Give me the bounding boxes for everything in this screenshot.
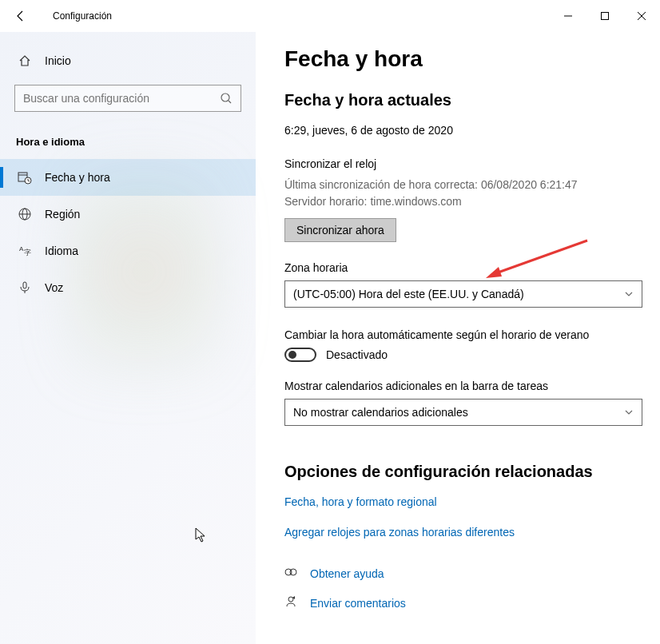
nav-label: Idioma (45, 244, 78, 257)
language-icon: A字 (18, 244, 32, 258)
current-datetime: 6:29, jueves, 6 de agosto de 2020 (284, 124, 631, 137)
clock-calendar-icon (18, 170, 32, 185)
get-help-link[interactable]: Obtener ayuda (284, 566, 631, 581)
window-title: Configuración (53, 10, 112, 22)
nav-label: Voz (45, 281, 63, 294)
related-section: Opciones de configuración relacionadas F… (284, 463, 631, 539)
section-current-heading: Fecha y hora actuales (284, 91, 631, 109)
svg-point-20 (288, 597, 293, 602)
sidebar: Inicio Hora e idioma Fecha y hora Región… (0, 32, 256, 644)
search-field[interactable] (23, 92, 220, 105)
svg-point-19 (290, 569, 296, 575)
maximize-icon (601, 12, 609, 20)
nav-item-voz[interactable]: Voz (0, 269, 256, 306)
chevron-down-icon (624, 407, 634, 417)
svg-rect-1 (602, 13, 609, 20)
dst-toggle[interactable] (284, 348, 316, 362)
calendars-dropdown[interactable]: No mostrar calendarios adicionales (284, 399, 642, 426)
timezone-value: (UTC-05:00) Hora del este (EE.UU. y Cana… (293, 288, 624, 300)
section-title: Hora e idioma (0, 131, 256, 159)
dst-label: Cambiar la hora automáticamente según el… (284, 328, 631, 341)
page-heading: Fecha y hora (284, 46, 631, 72)
svg-line-5 (229, 101, 231, 103)
link-regional-format[interactable]: Fecha, hora y formato regional (284, 495, 631, 508)
link-add-clocks[interactable]: Agregar relojes para zonas horarias dife… (284, 526, 631, 539)
content-area: Fecha y hora Fecha y hora actuales 6:29,… (256, 32, 660, 644)
nav-item-fecha-y-hora[interactable]: Fecha y hora (0, 159, 256, 196)
sync-section: Sincronizar el reloj Última sincronizaci… (284, 157, 631, 242)
titlebar: Configuración (0, 0, 660, 32)
minimize-icon (564, 12, 572, 20)
sync-heading: Sincronizar el reloj (284, 157, 631, 170)
feedback-label: Enviar comentarios (310, 597, 406, 610)
microphone-icon (18, 280, 32, 295)
toggle-knob (288, 351, 296, 359)
close-icon (638, 12, 646, 20)
timezone-label: Zona horaria (284, 261, 631, 274)
sync-info: Última sincronización de hora correcta: … (284, 177, 631, 210)
svg-text:字: 字 (24, 248, 31, 256)
globe-icon (18, 207, 32, 221)
back-arrow-icon (14, 10, 27, 22)
home-link[interactable]: Inicio (0, 48, 256, 74)
back-button[interactable] (11, 6, 30, 26)
help-links: Obtener ayuda Enviar comentarios (284, 566, 631, 610)
related-heading: Opciones de configuración relacionadas (284, 463, 631, 481)
maximize-button[interactable] (586, 4, 623, 28)
home-label: Inicio (45, 54, 71, 67)
search-input[interactable] (14, 85, 241, 112)
home-icon (18, 54, 31, 67)
feedback-link[interactable]: Enviar comentarios (284, 595, 631, 610)
get-help-label: Obtener ayuda (310, 567, 384, 580)
close-button[interactable] (623, 4, 660, 28)
nav-label: Fecha y hora (45, 171, 110, 184)
svg-point-4 (221, 93, 229, 101)
minimize-button[interactable] (550, 4, 586, 28)
nav-label: Región (45, 208, 80, 221)
nav-item-idioma[interactable]: A字 Idioma (0, 233, 256, 269)
dst-toggle-row: Desactivado (284, 348, 631, 362)
timezone-dropdown[interactable]: (UTC-05:00) Hora del este (EE.UU. y Cana… (284, 280, 642, 308)
calendars-label: Mostrar calendarios adicionales en la ba… (284, 380, 631, 392)
help-icon (284, 566, 297, 578)
chevron-down-icon (624, 289, 634, 299)
last-sync-text: Última sincronización de hora correcta: … (284, 177, 631, 193)
window-controls (550, 4, 660, 28)
svg-rect-16 (23, 282, 26, 288)
search-icon (220, 92, 233, 105)
nav-item-region[interactable]: Región (0, 196, 256, 233)
sync-now-button[interactable]: Sincronizar ahora (284, 218, 396, 242)
calendars-value: No mostrar calendarios adicionales (293, 406, 624, 419)
time-server-text: Servidor horario: time.windows.com (284, 193, 631, 210)
dst-state: Desactivado (326, 348, 388, 361)
feedback-icon (284, 595, 297, 608)
